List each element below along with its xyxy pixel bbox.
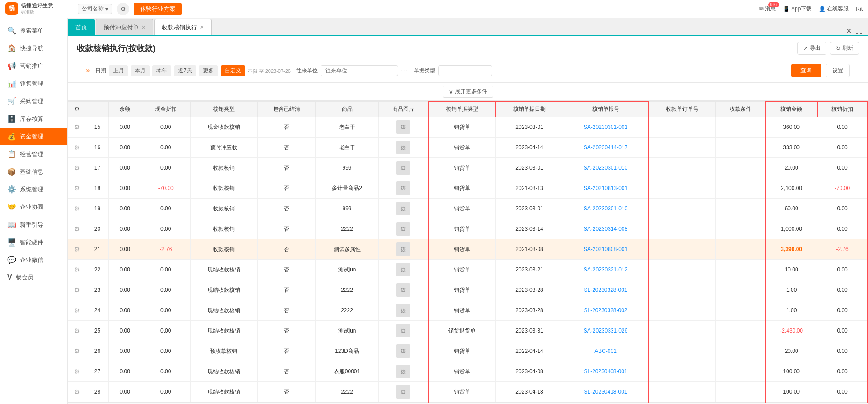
row-writeoff-bill-no[interactable]: SA-20210808-001	[563, 239, 648, 260]
company-selector[interactable]: 公司名称 ▾	[78, 4, 112, 14]
row-gear[interactable]: ⚙	[68, 158, 86, 178]
row-gear[interactable]: ⚙	[68, 361, 86, 382]
row-writeoff-bill-date: 2021-08-08	[496, 239, 563, 260]
bill-no-link[interactable]: SA-20230321-012	[584, 266, 627, 273]
row-included-settled: 否	[257, 260, 316, 280]
last7-btn[interactable]: 近7天	[174, 65, 196, 76]
tab-prepay-close[interactable]: ✕	[142, 24, 146, 30]
purchase-icon: 🛒	[7, 97, 16, 105]
row-writeoff-bill-no[interactable]: SA-20230301-001	[563, 117, 648, 138]
export-button[interactable]: ↗ 导出	[797, 42, 826, 55]
row-writeoff-bill-no[interactable]: SL-20230418-001	[563, 382, 648, 403]
row-writeoff-bill-no[interactable]: SL-20230328-002	[563, 300, 648, 321]
sidebar-item-system[interactable]: ⚙️ 系统管理	[0, 181, 67, 198]
row-gear[interactable]: ⚙	[68, 341, 86, 361]
settings-icon[interactable]: ⚙	[117, 3, 129, 15]
row-gear[interactable]: ⚙	[68, 199, 86, 219]
bill-no-link[interactable]: SL-20230328-001	[584, 287, 627, 293]
row-gear[interactable]: ⚙	[68, 138, 86, 158]
from-unit-label: 往来单位	[296, 67, 318, 75]
sidebar-item-collab[interactable]: 🤝 企业协同	[0, 198, 67, 216]
last-month-btn[interactable]: 上月	[109, 65, 128, 76]
bill-no-link[interactable]: SA-20230414-017	[584, 144, 627, 151]
row-writeoff-bill-no[interactable]: SA-20230414-017	[563, 138, 648, 158]
row-writeoff-bill-no[interactable]: SA-20230321-012	[563, 260, 648, 280]
query-button[interactable]: 查询	[791, 64, 821, 77]
bill-no-link[interactable]: SL-20230418-001	[584, 389, 627, 395]
sidebar-item-member[interactable]: V 畅会员	[0, 269, 67, 286]
row-gear[interactable]: ⚙	[68, 117, 86, 138]
industry-button[interactable]: 休验行业方案	[134, 3, 182, 15]
this-month-btn[interactable]: 本月	[131, 65, 150, 76]
bill-no-link[interactable]: SA-20210808-001	[584, 246, 627, 252]
col-gear[interactable]: ⚙	[68, 101, 86, 117]
expand-more-btn[interactable]: ∨ 展开更多条件	[443, 86, 493, 98]
row-gear[interactable]: ⚙	[68, 321, 86, 341]
bill-no-link[interactable]: SA-20230301-001	[584, 124, 627, 130]
row-gear[interactable]: ⚙	[68, 280, 86, 300]
user-name[interactable]: Rit	[856, 6, 863, 12]
sidebar-item-inventory[interactable]: 🗄️ 库存核算	[0, 110, 67, 128]
window-close-icon[interactable]: ✕	[846, 27, 852, 35]
row-gear[interactable]: ⚙	[68, 219, 86, 239]
sidebar-item-search[interactable]: 🔍 搜索菜单	[0, 22, 67, 39]
row-writeoff-bill-date: 2023-03-28	[496, 300, 563, 321]
this-year-btn[interactable]: 本年	[152, 65, 171, 76]
data-table: ⚙ 余额 现金折扣 核销类型 包含已结清 商品 商品图片 核销单据类型 核销单据…	[68, 101, 868, 404]
online-service-button[interactable]: 👤 在线客服	[819, 5, 849, 13]
window-maximize-icon[interactable]: ⛶	[855, 27, 863, 35]
row-writeoff-bill-no[interactable]: SL-20230408-001	[563, 361, 648, 382]
row-gear[interactable]: ⚙	[68, 239, 86, 260]
sidebar-item-sales[interactable]: 📊 销售管理	[0, 75, 67, 92]
row-gear[interactable]: ⚙	[68, 300, 86, 321]
sidebar-item-finance[interactable]: 💰 资金管理	[0, 128, 67, 145]
sidebar-item-purchase[interactable]: 🛒 采购管理	[0, 92, 67, 110]
bill-no-link[interactable]: SA-20230331-026	[584, 328, 627, 334]
row-gear[interactable]: ⚙	[68, 178, 86, 199]
more-btn[interactable]: 更多	[199, 65, 218, 76]
row-writeoff-bill-no[interactable]: SA-20230301-010	[563, 158, 648, 178]
tab-writeoff[interactable]: 收款核销执行 ✕	[154, 19, 212, 35]
row-gear[interactable]: ⚙	[68, 382, 86, 403]
tab-home[interactable]: 首页	[68, 19, 95, 35]
sidebar-item-operations[interactable]: 📋 经营管理	[0, 145, 67, 163]
row-writeoff-bill-no[interactable]: SA-20210813-001	[563, 178, 648, 199]
row-writeoff-bill-no[interactable]: SL-20230328-001	[563, 280, 648, 300]
filter-settings-button[interactable]: 设置	[826, 64, 850, 77]
bill-type-select[interactable]: 销货单 销货退货单	[438, 65, 492, 76]
message-button[interactable]: ✉ 消息 99+	[759, 5, 776, 13]
bill-no-link[interactable]: ABC-001	[594, 348, 617, 354]
tab-prepay[interactable]: 预付冲应付单 ✕	[96, 19, 153, 35]
sidebar-item-nav[interactable]: 🏠 快捷导航	[0, 39, 67, 57]
bill-no-link[interactable]: SL-20230328-002	[584, 307, 627, 314]
collapse-arrow-icon[interactable]: »	[86, 67, 90, 75]
table-gear-icon[interactable]: ⚙	[75, 106, 80, 112]
row-writeoff-bill-no[interactable]: SA-20230314-008	[563, 219, 648, 239]
bill-no-link[interactable]: SA-20230301-010	[584, 165, 627, 171]
row-seq: 24	[86, 300, 109, 321]
bill-no-link[interactable]: SA-20230301-010	[584, 205, 627, 212]
sidebar-item-basic[interactable]: 📦 基础信息	[0, 163, 67, 181]
sidebar-item-hardware[interactable]: 🖥️ 智能硬件	[0, 233, 67, 251]
row-writeoff-bill-no[interactable]: ABC-001	[563, 341, 648, 361]
refresh-button[interactable]: ↻ 刷新	[830, 42, 859, 55]
date-label: 日期	[95, 67, 106, 75]
row-writeoff-discount: 0.00	[817, 321, 868, 341]
sidebar-item-wechat[interactable]: 💬 企业微信	[0, 251, 67, 269]
expand-icon: ∨	[449, 89, 453, 95]
bill-no-link[interactable]: SL-20230408-001	[584, 368, 627, 375]
sidebar-item-guide[interactable]: 📖 新手引导	[0, 216, 67, 233]
row-gear[interactable]: ⚙	[68, 260, 86, 280]
row-writeoff-bill-no[interactable]: SA-20230301-010	[563, 199, 648, 219]
table-wrapper[interactable]: ⚙ 余额 现金折扣 核销类型 包含已结清 商品 商品图片 核销单据类型 核销单据…	[68, 101, 868, 404]
app-download-button[interactable]: 📱 App下载	[783, 5, 811, 13]
row-goods: 2222	[316, 280, 378, 300]
tab-writeoff-close[interactable]: ✕	[200, 24, 204, 30]
sidebar-item-marketing[interactable]: 📢 营销推广	[0, 57, 67, 75]
row-writeoff-bill-no[interactable]: SA-20230331-026	[563, 321, 648, 341]
bill-no-link[interactable]: SA-20230314-008	[584, 226, 627, 232]
member-icon: V	[7, 273, 12, 281]
from-unit-input[interactable]	[321, 65, 398, 76]
custom-btn[interactable]: 自定义	[221, 65, 245, 76]
bill-no-link[interactable]: SA-20210813-001	[584, 185, 627, 191]
